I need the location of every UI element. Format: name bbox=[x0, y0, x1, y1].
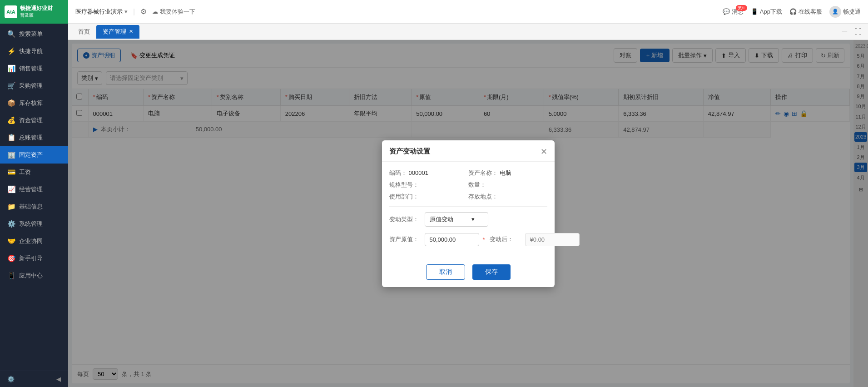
company-selector[interactable]: 医疗器械行业演示 ▾ bbox=[75, 8, 128, 16]
tabbar-actions: ─ ⛶ bbox=[839, 27, 864, 37]
sidebar-item-sales[interactable]: 📊 销售管理 bbox=[0, 60, 68, 77]
app-logo: AtA 畅捷通好业财 普及版 bbox=[0, 0, 68, 24]
service-icon: 🎧 bbox=[789, 8, 797, 15]
asset-change-modal: 资产变动设置 ✕ 编码： 000001 资产名称： 电脑 bbox=[382, 140, 555, 287]
app-name: 畅捷通好业财 bbox=[20, 5, 53, 12]
sidebar-item-label: 工资 bbox=[19, 168, 31, 176]
tab-asset-label: 资产管理 bbox=[103, 28, 126, 36]
sidebar-bottom: ⚙️ ◀ bbox=[0, 371, 68, 387]
sidebar-item-apps[interactable]: 📱 应用中心 bbox=[0, 267, 68, 284]
sidebar-item-quicknav[interactable]: ⚡ 快捷导航 bbox=[0, 43, 68, 60]
page-content: ● 资产明细 🔖 变更生成凭证 对账 + 新增 批量操作 ▾ bbox=[68, 40, 868, 387]
sidebar-item-label: 总账管理 bbox=[19, 134, 43, 142]
modal-footer: 取消 保存 bbox=[382, 260, 555, 287]
sidebar-item-label: 资金管理 bbox=[19, 116, 43, 124]
message-btn[interactable]: 💬 消息 99+ bbox=[723, 8, 744, 16]
collapse-icon[interactable]: ◀ bbox=[56, 376, 61, 382]
modal-overlay: 资产变动设置 ✕ 编码： 000001 资产名称： 电脑 bbox=[68, 40, 868, 387]
sidebar-nav: 🔍 搜索菜单 ⚡ 快捷导航 📊 销售管理 🛒 采购管理 📦 库存核算 💰 资金管… bbox=[0, 24, 68, 371]
tab-home[interactable]: 首页 bbox=[72, 25, 96, 39]
search-icon: 🔍 bbox=[7, 30, 15, 38]
sidebar-item-label: 固定资产 bbox=[19, 151, 43, 159]
sidebar-item-label: 销售管理 bbox=[19, 64, 43, 73]
divider: | bbox=[133, 8, 135, 16]
sidebar-item-label: 搜索菜单 bbox=[19, 30, 43, 38]
sidebar-item-fixed-assets[interactable]: 🏢 固定资产 bbox=[0, 146, 68, 164]
cloud-icon: ☁ bbox=[152, 8, 158, 15]
system-icon: ⚙️ bbox=[7, 220, 15, 228]
customer-service-btn[interactable]: 🎧 在线客服 bbox=[789, 8, 822, 16]
tabbar: 首页 资产管理 ✕ ─ ⛶ bbox=[68, 24, 868, 40]
sales-icon: 📊 bbox=[7, 64, 15, 73]
change-type-select[interactable]: 原值变动 ▾ bbox=[425, 212, 488, 227]
modal-title: 资产变动设置 bbox=[389, 147, 430, 156]
required-indicator: * bbox=[483, 236, 485, 243]
sidebar-item-label: 新手引导 bbox=[19, 254, 43, 263]
experience-btn[interactable]: ☁ 我要体验一下 bbox=[152, 8, 195, 16]
topbar: 医疗器械行业演示 ▾ | ⚙ ☁ 我要体验一下 💬 消息 99+ 📱 App下载… bbox=[68, 0, 868, 24]
settings-icon[interactable]: ⚙️ bbox=[7, 376, 15, 382]
avatar: 👤 bbox=[829, 6, 841, 18]
sidebar-item-search[interactable]: 🔍 搜索菜单 bbox=[0, 25, 68, 43]
chevron-down-icon: ▾ bbox=[471, 216, 475, 223]
tab-minimize-btn[interactable]: ─ bbox=[839, 27, 850, 37]
tab-home-label: 首页 bbox=[78, 28, 90, 36]
chevron-down-icon: ▾ bbox=[124, 8, 128, 15]
info-icon: 📁 bbox=[7, 203, 15, 211]
modal-storage-field: 存放地点： bbox=[468, 193, 547, 201]
sidebar-item-label: 系统管理 bbox=[19, 220, 43, 228]
purchase-icon: 🛒 bbox=[7, 82, 15, 90]
tab-close-icon[interactable]: ✕ bbox=[129, 29, 133, 35]
tab-asset-management[interactable]: 资产管理 ✕ bbox=[96, 25, 139, 39]
download-icon: 📱 bbox=[751, 8, 758, 15]
change-type-row: 变动类型： 原值变动 ▾ bbox=[389, 212, 547, 227]
sidebar-item-purchase[interactable]: 🛒 采购管理 bbox=[0, 77, 68, 94]
sidebar-item-ledger[interactable]: 📋 总账管理 bbox=[0, 129, 68, 146]
app-download-btn[interactable]: 📱 App下载 bbox=[751, 8, 782, 16]
sidebar-item-label: 快捷导航 bbox=[19, 47, 43, 55]
sidebar-item-label: 企业协同 bbox=[19, 237, 43, 245]
guide-icon: 🎯 bbox=[7, 254, 15, 263]
sidebar-item-operations[interactable]: 📈 经营管理 bbox=[0, 181, 68, 198]
modal-name-field: 资产名称： 电脑 bbox=[468, 169, 547, 177]
save-btn[interactable]: 保存 bbox=[472, 264, 511, 280]
gear-icon[interactable]: ⚙ bbox=[140, 7, 147, 16]
apps-icon: 📱 bbox=[7, 272, 15, 280]
sidebar-item-label: 采购管理 bbox=[19, 82, 43, 90]
tab-maximize-btn[interactable]: ⛶ bbox=[852, 27, 864, 37]
modal-code-field: 编码： 000001 bbox=[389, 169, 468, 177]
sidebar: AtA 畅捷通好业财 普及版 🔍 搜索菜单 ⚡ 快捷导航 📊 销售管理 🛒 采购… bbox=[0, 0, 68, 387]
payroll-icon: 💳 bbox=[7, 168, 15, 176]
sidebar-item-inventory[interactable]: 📦 库存核算 bbox=[0, 94, 68, 112]
collab-icon: 🤝 bbox=[7, 237, 15, 245]
modal-dept-field: 使用部门： bbox=[389, 193, 468, 201]
topbar-right: 💬 消息 99+ 📱 App下载 🎧 在线客服 👤 畅捷通 bbox=[723, 6, 861, 18]
lightning-icon: ⚡ bbox=[7, 47, 15, 55]
modal-quantity-field: 数量： bbox=[468, 181, 547, 189]
message-badge: 99+ bbox=[736, 5, 747, 11]
app-edition: 普及版 bbox=[20, 12, 53, 19]
main-content: 医疗器械行业演示 ▾ | ⚙ ☁ 我要体验一下 💬 消息 99+ 📱 App下载… bbox=[68, 0, 868, 387]
sidebar-item-collab[interactable]: 🤝 企业协同 bbox=[0, 233, 68, 250]
finance-icon: 💰 bbox=[7, 116, 15, 124]
user-menu[interactable]: 👤 畅捷通 bbox=[829, 6, 861, 18]
modal-close-btn[interactable]: ✕ bbox=[541, 147, 547, 157]
modal-header: 资产变动设置 ✕ bbox=[382, 140, 555, 162]
sidebar-item-label: 经营管理 bbox=[19, 185, 43, 194]
sidebar-item-guide[interactable]: 🎯 新手引导 bbox=[0, 250, 68, 267]
cancel-btn[interactable]: 取消 bbox=[426, 264, 465, 280]
original-value-input[interactable] bbox=[425, 233, 479, 246]
sidebar-item-basic-info[interactable]: 📁 基础信息 bbox=[0, 198, 68, 215]
message-icon: 💬 bbox=[723, 8, 730, 15]
sidebar-item-system[interactable]: ⚙️ 系统管理 bbox=[0, 215, 68, 233]
sidebar-item-label: 基础信息 bbox=[19, 203, 43, 211]
operations-icon: 📈 bbox=[7, 185, 15, 194]
original-value-row: 资产原值： * 变动后： bbox=[389, 233, 547, 246]
modal-body: 编码： 000001 资产名称： 电脑 规格型号： 数量： bbox=[382, 162, 555, 260]
sidebar-item-payroll[interactable]: 💳 工资 bbox=[0, 164, 68, 181]
building-icon: 🏢 bbox=[7, 151, 15, 159]
sidebar-item-label: 应用中心 bbox=[19, 272, 43, 280]
sidebar-item-label: 库存核算 bbox=[19, 99, 43, 107]
after-value-input[interactable] bbox=[525, 233, 580, 246]
sidebar-item-finance[interactable]: 💰 资金管理 bbox=[0, 112, 68, 129]
